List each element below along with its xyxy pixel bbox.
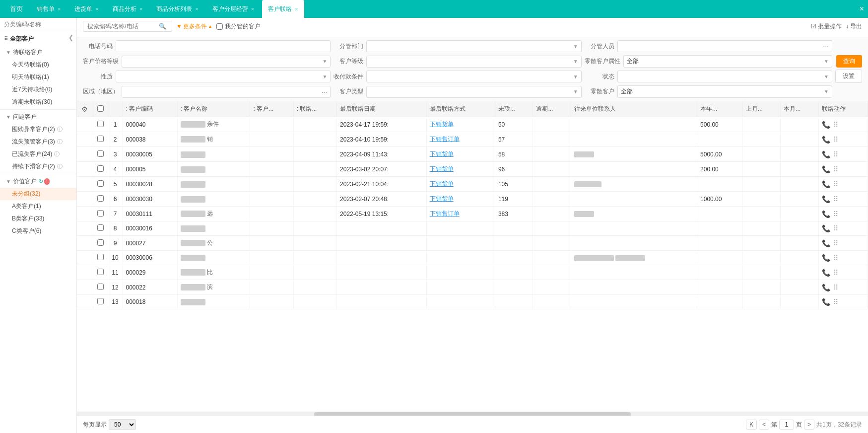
- contact-method-link[interactable]: 下销货单: [430, 165, 454, 172]
- row-select-checkbox[interactable]: [97, 136, 104, 142]
- nature-select[interactable]: ▼: [116, 71, 331, 82]
- phone-icon[interactable]: 📞: [822, 150, 830, 158]
- settings-icon[interactable]: ⚙: [81, 105, 88, 113]
- row-select-checkbox[interactable]: [97, 121, 104, 127]
- row-select-checkbox[interactable]: [97, 224, 104, 231]
- row-last-contact-method[interactable]: 下销货单: [426, 117, 495, 132]
- row-select-checkbox[interactable]: [97, 210, 104, 216]
- nav-tab-sales[interactable]: 销售单 ×: [31, 0, 67, 18]
- search-input[interactable]: [87, 23, 157, 30]
- sidebar-item-unclassified[interactable]: 未分组(32): [0, 188, 76, 200]
- row-checkbox[interactable]: [93, 236, 108, 251]
- scatter-attr-select[interactable]: 全部 ▼: [623, 55, 832, 68]
- row-select-checkbox[interactable]: [97, 195, 104, 202]
- row-checkbox[interactable]: [93, 221, 108, 236]
- row-checkbox[interactable]: [93, 251, 108, 265]
- sidebar-item-b-class[interactable]: B类客户(33): [0, 213, 76, 225]
- more-icon[interactable]: ⠿: [833, 254, 838, 262]
- next-page-button[interactable]: >: [804, 420, 814, 430]
- row-checkbox[interactable]: [93, 207, 108, 221]
- nav-tab-customer-contact[interactable]: 客户联络 ×: [262, 0, 304, 18]
- contact-method-link[interactable]: 下销货单: [430, 195, 454, 202]
- my-customers-checkbox[interactable]: 我分管的客户: [216, 22, 261, 31]
- contact-method-link[interactable]: 下销售订单: [430, 136, 460, 143]
- manager-select[interactable]: ···: [617, 40, 832, 52]
- row-checkbox[interactable]: [93, 265, 108, 280]
- batch-op-button[interactable]: ☑ 批量操作: [811, 22, 842, 31]
- nav-tab-purchase[interactable]: 进货单 ×: [68, 0, 104, 18]
- row-select-checkbox[interactable]: [97, 239, 104, 246]
- phone-icon[interactable]: 📞: [822, 121, 830, 129]
- sidebar-item-declining[interactable]: 持续下滑客户(2) ⓘ: [0, 160, 76, 173]
- page-input[interactable]: [779, 420, 794, 430]
- row-last-contact-method[interactable]: 下销货单: [426, 162, 495, 177]
- sidebar-search-input[interactable]: [4, 21, 77, 28]
- sidebar-item-abnormal[interactable]: 囤购异常客户(2) ⓘ: [0, 123, 76, 136]
- row-last-contact-method[interactable]: 下销售订单: [426, 132, 495, 147]
- phone-icon[interactable]: 📞: [822, 136, 830, 144]
- row-checkbox[interactable]: [93, 117, 108, 132]
- phone-icon[interactable]: 📞: [822, 239, 830, 247]
- phone-icon[interactable]: 📞: [822, 210, 830, 218]
- phone-icon[interactable]: 📞: [822, 284, 830, 291]
- refresh-icon[interactable]: ↻: [39, 178, 43, 185]
- phone-icon[interactable]: 📞: [822, 224, 830, 232]
- contact-method-link[interactable]: 下销售订单: [430, 210, 460, 217]
- sidebar-item-today[interactable]: 今天待联络(0): [0, 59, 76, 71]
- close-icon[interactable]: ×: [139, 6, 142, 12]
- row-checkbox[interactable]: [93, 280, 108, 295]
- contact-method-link[interactable]: 下销货单: [430, 150, 454, 157]
- status-select[interactable]: ▼: [617, 71, 832, 82]
- more-icon[interactable]: ⠿: [833, 224, 838, 232]
- customer-level-select[interactable]: ▼: [366, 56, 581, 68]
- sidebar-item-7days[interactable]: 近7天待联络(0): [0, 83, 76, 96]
- collapse-icon[interactable]: 《: [66, 34, 72, 43]
- more-icon[interactable]: ⠿: [833, 239, 838, 247]
- more-icon[interactable]: ⠿: [833, 121, 838, 129]
- reset-button[interactable]: 设置: [835, 70, 862, 83]
- more-icon[interactable]: ⠿: [833, 180, 838, 188]
- row-checkbox[interactable]: [93, 295, 108, 309]
- row-select-checkbox[interactable]: [97, 165, 104, 172]
- close-all-tabs[interactable]: ×: [860, 4, 864, 13]
- sidebar-item-tomorrow[interactable]: 明天待联络(1): [0, 71, 76, 83]
- phone-icon[interactable]: 📞: [822, 269, 830, 277]
- sidebar-item-a-class[interactable]: A类客户(1): [0, 200, 76, 213]
- row-last-contact-method[interactable]: 下销货单: [426, 192, 495, 207]
- page-size-select[interactable]: 50 100 200: [109, 419, 136, 430]
- export-button[interactable]: ↓ 导出: [846, 22, 862, 31]
- horizontal-scrollbar[interactable]: [77, 412, 868, 416]
- payment-select[interactable]: ▼: [366, 71, 581, 82]
- sidebar-group-pending[interactable]: ▼ 待联络客户: [0, 46, 76, 59]
- nav-home[interactable]: 首页: [4, 4, 29, 13]
- close-icon[interactable]: ×: [195, 6, 198, 12]
- more-icon[interactable]: ⠿: [833, 150, 838, 158]
- nav-tab-customer-tier[interactable]: 客户分层经营 ×: [206, 0, 260, 18]
- search-icon[interactable]: 🔍: [159, 23, 166, 30]
- row-select-checkbox[interactable]: [97, 150, 104, 157]
- close-icon[interactable]: ×: [58, 6, 61, 12]
- phone-icon[interactable]: 📞: [822, 298, 830, 306]
- more-icon[interactable]: ⠿: [833, 284, 838, 291]
- sidebar-item-c-class[interactable]: C类客户(6): [0, 225, 76, 237]
- row-select-checkbox[interactable]: [97, 298, 104, 304]
- row-checkbox[interactable]: [93, 162, 108, 177]
- row-select-checkbox[interactable]: [97, 180, 104, 187]
- row-last-contact-method[interactable]: 下销售订单: [426, 207, 495, 221]
- price-level-select[interactable]: ▼: [122, 56, 331, 68]
- first-page-button[interactable]: K: [746, 420, 757, 430]
- phone-icon[interactable]: 📞: [822, 195, 830, 203]
- row-select-checkbox[interactable]: [97, 284, 104, 290]
- phone-icon[interactable]: 📞: [822, 180, 830, 188]
- close-icon[interactable]: ×: [95, 6, 98, 12]
- scatter-select[interactable]: 全部 ▼: [617, 85, 832, 98]
- sidebar-all-customers[interactable]: ⠿ 全部客户 《: [0, 31, 76, 46]
- my-customers-check[interactable]: [216, 23, 223, 30]
- prev-page-button[interactable]: <: [759, 420, 769, 430]
- query-button[interactable]: 查询: [836, 55, 862, 68]
- more-icon[interactable]: ⠿: [833, 298, 838, 306]
- contact-method-link[interactable]: 下销货单: [430, 121, 454, 128]
- more-icon[interactable]: ⠿: [833, 195, 838, 203]
- region-select[interactable]: ···: [122, 86, 331, 98]
- customer-type-select[interactable]: ▼: [366, 86, 581, 98]
